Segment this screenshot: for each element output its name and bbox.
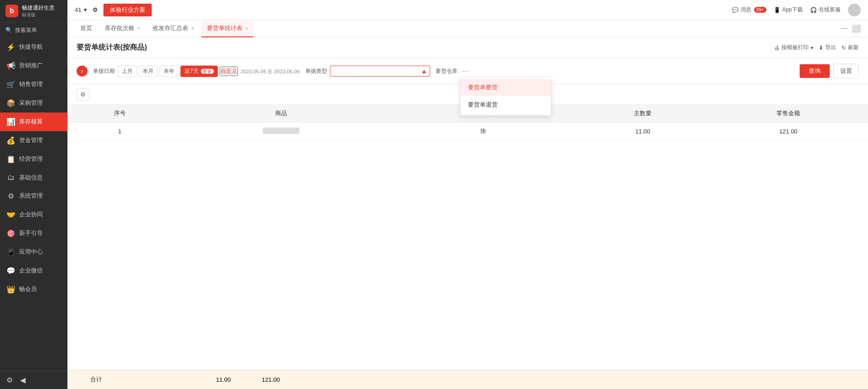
date-btn-this-year[interactable]: 本年 — [159, 66, 179, 77]
query-button[interactable]: 查询 — [800, 64, 830, 78]
tab-batch-ledger[interactable]: 库存批次账 × — [99, 20, 145, 37]
order-type-label: 单据类型 — [305, 67, 327, 75]
notification-item[interactable]: 💬 消息 99+ — [732, 6, 766, 14]
sidebar-item-marketing[interactable]: 📢 营销推广 — [0, 56, 67, 75]
sidebar-item-quick-nav[interactable]: ⚡ 快捷导航 — [0, 38, 67, 56]
filter-expand-button[interactable]: › — [77, 66, 87, 77]
refresh-icon: ↻ — [842, 45, 846, 51]
sidebar-item-wechat[interactable]: 💬 企业微信 — [0, 261, 67, 280]
app-logo: b 畅捷通好生意 标准版 — [0, 0, 67, 23]
sidebar-item-purchase[interactable]: 📦 采购管理 — [0, 94, 67, 113]
table-section: ⚙ 序号 商品 主计量单位 主数量 零售金额 — [67, 84, 868, 389]
chevron-down-icon: ▾ — [811, 45, 813, 51]
notification-badge: 99+ — [754, 7, 766, 13]
tabs-end-actions: — ⬜ — [841, 24, 861, 33]
date-btn-last-7-days[interactable]: 近7天 更多 — [180, 66, 218, 77]
tab-receipts-summary[interactable]: 收发存汇总表 × — [147, 20, 199, 37]
sidebar-item-basic-info[interactable]: 🗂 基础信息 — [0, 169, 67, 187]
settings-button[interactable]: 设置 — [833, 64, 859, 78]
export-icon: ⬇ — [819, 45, 823, 51]
tab-maximize-icon[interactable]: ⬜ — [852, 24, 861, 33]
sidebar-item-system[interactable]: ⚙ 系统管理 — [0, 187, 67, 205]
col-quantity: 主数量 — [577, 105, 709, 123]
wechat-icon: 💬 — [6, 266, 15, 275]
topbar: 41 ▾ ⚙ 体验行业方案 💬 消息 99+ 📱 App下载 🎧 在线客服 — [67, 0, 868, 20]
tab-receipts-summary-close[interactable]: × — [191, 26, 194, 31]
refresh-btn[interactable]: ↻ 刷新 — [842, 44, 859, 51]
col-amount: 零售金额 — [709, 105, 868, 123]
warehouse-more-icon[interactable]: ··· — [462, 67, 469, 76]
order-type-dropdown: 要货单要货 要货单退货 — [460, 77, 551, 116]
total-quantity: 11.00 — [216, 376, 231, 383]
basic-info-icon: 🗂 — [6, 174, 15, 182]
page-actions: 🖨 按模板打印 ▾ ⬇ 导出 ↻ 刷新 — [774, 44, 859, 57]
sidebar-item-sales[interactable]: 🛒 销售管理 — [0, 75, 67, 94]
app-center-icon: 📱 — [6, 248, 15, 256]
page-title: 要货单统计表(按商品) — [77, 43, 147, 58]
operations-icon: 📋 — [6, 155, 15, 164]
sidebar-item-inventory[interactable]: 📊 库存核算 — [0, 113, 67, 131]
date-buttons: 上月 本月 本年 近7天 更多 自定义 — [118, 66, 238, 77]
dropdown-item-order-return[interactable]: 要货单退货 — [461, 96, 551, 113]
order-type-input[interactable] — [330, 66, 430, 77]
search-icon: 🔍 — [5, 27, 12, 33]
settings-icon[interactable]: ⚙ — [6, 376, 13, 384]
export-btn[interactable]: ⬇ 导出 — [819, 44, 836, 51]
table-settings-button[interactable]: ⚙ — [77, 88, 89, 101]
topbar-right: 💬 消息 99+ 📱 App下载 🎧 在线客服 — [732, 4, 861, 16]
tab-batch-ledger-close[interactable]: × — [137, 26, 140, 31]
print-icon: 🖨 — [774, 45, 780, 51]
main-area: 41 ▾ ⚙ 体验行业方案 💬 消息 99+ 📱 App下载 🎧 在线客服 — [67, 0, 868, 389]
tab-home[interactable]: 首页 — [75, 20, 98, 37]
order-type-filter-group: 单据类型 ▲ 要货单要货 要货单退货 — [305, 66, 430, 77]
tabs-bar: 首页 库存批次账 × 收发存汇总表 × 要货单统计表 × — ⬜ — [67, 20, 868, 37]
tab-order-stats[interactable]: 要货单统计表 × — [201, 20, 253, 37]
app-download-item[interactable]: 📱 App下载 — [774, 6, 803, 14]
account-selector[interactable]: 41 ▾ — [75, 6, 87, 13]
tab-minimize-icon[interactable]: — — [841, 24, 848, 33]
sales-icon: 🛒 — [6, 80, 15, 89]
collapse-icon[interactable]: ◀ — [20, 376, 26, 384]
date-btn-last-month[interactable]: 上月 — [118, 66, 137, 77]
sidebar-nav: ⚡ 快捷导航 📢 营销推广 🛒 销售管理 📦 采购管理 📊 库存核算 💰 资金管… — [0, 38, 67, 371]
online-service-item[interactable]: 🎧 在线客服 — [810, 6, 841, 14]
sidebar-item-guide[interactable]: 🎯 新手引导 — [0, 224, 67, 243]
sidebar-bottom: ⚙ ◀ — [0, 371, 67, 389]
search-menu[interactable]: 🔍 搜索菜单 — [0, 23, 67, 38]
print-btn[interactable]: 🖨 按模板打印 ▾ — [774, 44, 813, 51]
page-content: 要货单统计表(按商品) 🖨 按模板打印 ▾ ⬇ 导出 ↻ 刷新 › — [67, 37, 868, 389]
purchase-icon: 📦 — [6, 99, 15, 107]
cell-amount: 121.00 — [709, 123, 868, 140]
download-icon: 📱 — [774, 7, 781, 13]
warehouse-label: 要货仓库 — [436, 67, 457, 75]
dropdown-item-order-goods[interactable]: 要货单要货 — [461, 79, 551, 96]
sidebar-item-app-center[interactable]: 📱 应用中心 — [0, 243, 67, 261]
topbar-settings-icon[interactable]: ⚙ — [92, 6, 98, 13]
filter-bar: › 单据日期 上月 本月 本年 近7天 更多 自定义 2023-05-06 至 … — [67, 58, 868, 84]
logo-text: 畅捷通好生意 标准版 — [22, 5, 55, 18]
cell-num: 1 — [67, 123, 172, 140]
order-type-select-wrapper: ▲ — [330, 66, 430, 77]
notification-icon: 💬 — [732, 7, 739, 13]
system-icon: ⚙ — [6, 192, 15, 200]
tab-order-stats-close[interactable]: × — [245, 26, 248, 31]
headset-icon: 🎧 — [810, 7, 817, 13]
promo-button[interactable]: 体验行业方案 — [103, 4, 152, 16]
enterprise-icon: 🤝 — [6, 210, 15, 219]
page-header: 要货单统计表(按商品) 🖨 按模板打印 ▾ ⬇ 导出 ↻ 刷新 — [67, 37, 868, 58]
date-btn-custom[interactable]: 自定义 — [220, 67, 238, 76]
marketing-icon: 📢 — [6, 61, 15, 70]
avatar[interactable] — [848, 4, 861, 16]
quick-nav-icon: ⚡ — [6, 43, 15, 51]
sidebar-item-operations[interactable]: 📋 经营管理 — [0, 150, 67, 169]
sidebar-item-finance[interactable]: 💰 资金管理 — [0, 131, 67, 150]
table-footer: 合计 11.00 121.00 — [67, 369, 868, 389]
cell-quantity: 11.00 — [577, 123, 709, 140]
sidebar-item-member[interactable]: 👑 畅会员 — [0, 280, 67, 299]
table-wrapper: 序号 商品 主计量单位 主数量 零售金额 1 — [67, 105, 868, 369]
sidebar-item-enterprise[interactable]: 🤝 企业协同 — [0, 205, 67, 224]
date-filter-group: 单据日期 上月 本月 本年 近7天 更多 自定义 2023-05-06 至 20… — [93, 66, 300, 77]
date-btn-this-month[interactable]: 本月 — [139, 66, 158, 77]
cell-product — [172, 123, 390, 140]
table-row: 1 块 11.00 121.00 — [67, 123, 868, 140]
